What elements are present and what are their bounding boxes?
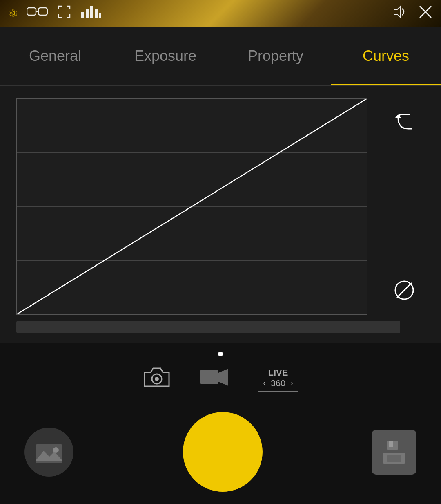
top-banner-right-icons: [392, 4, 433, 22]
svg-rect-25: [387, 455, 401, 462]
graph-scrollbar[interactable]: [16, 321, 400, 333]
undo-button[interactable]: [388, 106, 421, 139]
shutter-row: [0, 400, 441, 504]
svg-rect-16: [200, 370, 218, 384]
deg360-text: 360: [271, 378, 286, 389]
expand-icon[interactable]: [56, 4, 72, 23]
svg-line-13: [397, 283, 412, 298]
svg-point-20: [53, 447, 59, 453]
svg-point-15: [155, 377, 159, 381]
svg-rect-23: [389, 441, 393, 447]
camera-controls: LIVE 360: [0, 343, 441, 504]
tab-general[interactable]: General: [0, 27, 110, 85]
top-banner: ⚛: [0, 0, 441, 27]
shutter-button[interactable]: [183, 412, 263, 492]
live-text: LIVE: [268, 367, 288, 378]
svg-rect-1: [38, 8, 47, 15]
top-banner-left-icons: ⚛: [8, 4, 101, 23]
svg-rect-3: [81, 12, 84, 18]
svg-rect-5: [90, 6, 93, 18]
live360-sub: 360: [263, 378, 293, 389]
mode-row: [0, 343, 441, 361]
main-content: [0, 86, 441, 343]
live360-mode-button[interactable]: LIVE 360: [258, 365, 299, 392]
close-icon[interactable]: [418, 4, 433, 22]
svg-line-11: [17, 99, 367, 314]
gallery-button[interactable]: [24, 428, 74, 477]
curves-graph[interactable]: [16, 98, 368, 315]
curves-area: [0, 94, 441, 319]
video-mode-button[interactable]: [200, 366, 229, 390]
tab-curves[interactable]: Curves: [331, 27, 441, 85]
tab-exposure[interactable]: Exposure: [110, 27, 220, 85]
svg-rect-4: [86, 9, 89, 18]
tab-property[interactable]: Property: [220, 27, 331, 85]
save-button[interactable]: [372, 430, 416, 475]
atom-icon[interactable]: ⚛: [8, 7, 18, 20]
mode-dot: [218, 352, 223, 356]
svg-marker-8: [394, 6, 401, 18]
svg-rect-6: [95, 9, 98, 18]
curves-svg: [17, 99, 367, 314]
photo-mode-button[interactable]: [143, 365, 171, 391]
equalizer-icon[interactable]: [80, 4, 101, 22]
svg-rect-7: [99, 13, 101, 18]
svg-marker-17: [218, 369, 228, 386]
curves-controls: [368, 98, 441, 315]
vr-icon[interactable]: [27, 6, 48, 21]
camera-mode-row: LIVE 360: [0, 361, 441, 400]
svg-rect-0: [27, 8, 36, 15]
tabs-container: General Exposure Property Curves: [0, 27, 441, 86]
volume-icon[interactable]: [392, 4, 408, 22]
clear-button[interactable]: [388, 274, 421, 307]
